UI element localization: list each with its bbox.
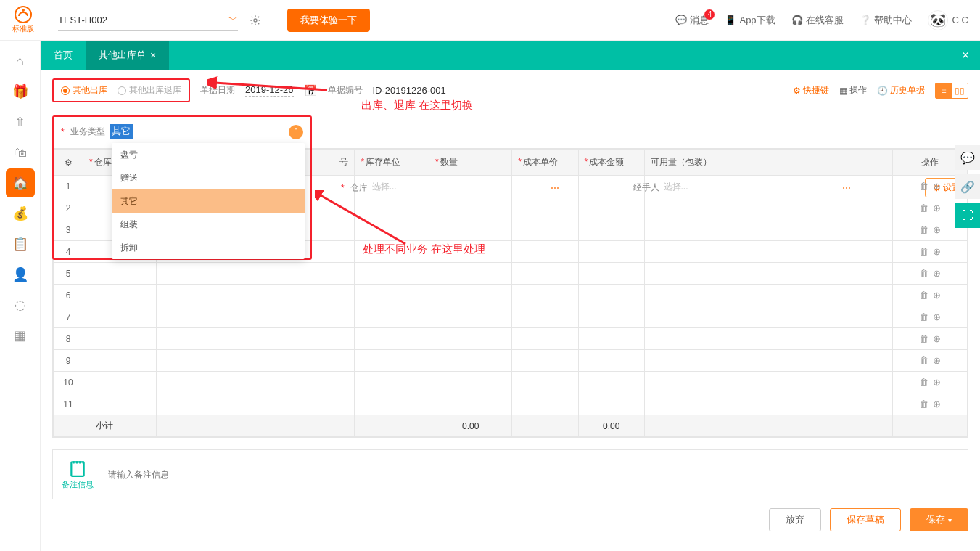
table-row[interactable]: 8🗑⊕	[54, 328, 968, 350]
settings-icon[interactable]	[247, 12, 264, 29]
nav-warehouse[interactable]: 🏠	[6, 168, 35, 197]
try-experience-button[interactable]: 我要体验一下	[287, 9, 370, 32]
history-link[interactable]: 🕘历史单据	[877, 84, 925, 97]
svg-point-2	[254, 19, 257, 22]
table-row[interactable]: 7🗑⊕	[54, 306, 968, 328]
chevron-down-icon: ▾	[948, 516, 952, 524]
content: 其他出库 其他出库退库 单据日期 2019-12-26 📅 单据编号 ID-20…	[41, 70, 980, 551]
view-list[interactable]: ≡	[936, 83, 952, 98]
th-quantity: *数量	[429, 150, 512, 176]
delete-icon[interactable]: 🗑	[919, 399, 928, 409]
delete-icon[interactable]: 🗑	[919, 203, 928, 213]
nav-home[interactable]: ⌂	[6, 46, 35, 75]
tab-other-outbound[interactable]: 其他出库单 ×	[86, 41, 169, 70]
th-cost-price: *成本单价	[512, 150, 578, 176]
nav-ring[interactable]: ◌	[6, 290, 35, 319]
delete-icon[interactable]: 🗑	[919, 377, 928, 388]
app-download-link[interactable]: 📱 App下载	[725, 14, 775, 27]
note-icon	[68, 459, 87, 478]
operate-link[interactable]: ▦操作	[839, 84, 867, 97]
add-row-icon[interactable]: ⊕	[933, 333, 941, 344]
dropdown-item[interactable]: 拆卸	[112, 236, 305, 259]
add-row-icon[interactable]: ⊕	[933, 268, 941, 279]
delete-icon[interactable]: 🗑	[919, 181, 928, 192]
warehouse-label: 仓库	[350, 181, 368, 194]
th-available: 可用量（包装）	[644, 150, 892, 176]
radio-other-outbound-return[interactable]: 其他出库退库	[118, 84, 181, 97]
delete-icon[interactable]: 🗑	[919, 311, 928, 322]
table-row[interactable]: 9🗑⊕	[54, 350, 968, 372]
dock-expand-icon[interactable]: ⛶	[955, 203, 980, 228]
delete-icon[interactable]: 🗑	[919, 333, 928, 344]
nav-bag[interactable]: 🛍	[6, 138, 35, 167]
subtotal-qty: 0.00	[429, 415, 512, 437]
close-icon[interactable]: ×	[150, 49, 156, 61]
bill-date[interactable]: 2019-12-26	[245, 84, 294, 97]
nav-gift[interactable]: 🎁	[6, 77, 35, 106]
svg-point-1	[22, 9, 25, 12]
dropdown-item[interactable]: 盘亏	[112, 143, 305, 166]
business-type-input[interactable]: 其它	[110, 124, 133, 139]
help-center-link[interactable]: ❔ 帮助中心	[860, 14, 912, 27]
nav-clipboard[interactable]: 📋	[6, 229, 35, 258]
add-row-icon[interactable]: ⊕	[933, 311, 941, 322]
dropdown-item[interactable]: 其它	[112, 189, 305, 213]
add-row-icon[interactable]: ⊕	[933, 377, 941, 388]
save-draft-button[interactable]: 保存草稿	[830, 508, 901, 531]
add-row-icon[interactable]: ⊕	[933, 355, 941, 366]
delete-icon[interactable]: 🗑	[919, 290, 928, 301]
radio-dot-icon	[61, 86, 70, 95]
more-icon[interactable]: ⋯	[551, 183, 561, 193]
table-row[interactable]: 11🗑⊕	[54, 393, 968, 415]
table-row[interactable]: 10🗑⊕	[54, 372, 968, 393]
handler-label: 经手人	[633, 181, 659, 194]
avatar[interactable]: 🐼	[928, 10, 948, 30]
calendar-icon[interactable]: 📅	[304, 84, 318, 97]
shortcut-link[interactable]: ⚙快捷键	[793, 84, 829, 97]
delete-icon[interactable]: 🗑	[919, 355, 928, 366]
nav-contact[interactable]: 👤	[6, 260, 35, 289]
add-row-icon[interactable]: ⊕	[933, 246, 941, 257]
handler-select[interactable]: 选择...	[664, 181, 838, 195]
save-button[interactable]: 保存 ▾	[910, 508, 968, 531]
add-row-icon[interactable]: ⊕	[933, 203, 941, 213]
add-row-icon[interactable]: ⊕	[933, 399, 941, 409]
delete-icon[interactable]: 🗑	[919, 224, 928, 235]
messages-link[interactable]: 💬 消息 4	[675, 14, 709, 27]
radio-other-outbound[interactable]: 其他出库	[61, 84, 107, 97]
add-row-icon[interactable]: ⊕	[933, 290, 941, 301]
online-service-link[interactable]: 🎧 在线客服	[791, 14, 844, 27]
dropdown-item[interactable]: 组装	[112, 213, 305, 236]
view-grid[interactable]: ▯▯	[952, 83, 968, 98]
chevron-up-icon[interactable]: ˄	[289, 125, 303, 139]
dock-chat-icon[interactable]: 💬	[955, 145, 980, 170]
table-row[interactable]: 5🗑⊕	[54, 263, 968, 285]
more-icon[interactable]: ⋯	[842, 183, 852, 193]
remark-input[interactable]	[108, 470, 959, 480]
row-index: 6	[54, 285, 83, 306]
nav-upload-house[interactable]: ⇧	[6, 107, 35, 136]
nav-money[interactable]: 💰	[6, 199, 35, 228]
add-row-icon[interactable]: ⊕	[933, 181, 941, 192]
tabs-bar-close[interactable]: ×	[951, 41, 980, 70]
view-toggle: ≡ ▯▯	[935, 83, 968, 99]
add-row-icon[interactable]: ⊕	[933, 224, 941, 235]
warehouse-field: * 仓库 选择... ⋯	[341, 181, 604, 195]
table-row[interactable]: 6🗑⊕	[54, 285, 968, 306]
subtotal-label: 小计	[54, 415, 157, 437]
discard-button[interactable]: 放弃	[769, 508, 821, 531]
th-cost-amount: *成本金额	[578, 150, 644, 176]
outbound-type-radio-group: 其他出库 其他出库退库	[52, 78, 190, 102]
org-select[interactable]: TEST-H002 ﹀	[58, 9, 238, 31]
message-icon: 💬	[675, 15, 687, 25]
row-index: 8	[54, 328, 83, 350]
tab-home[interactable]: 首页	[41, 41, 86, 70]
warehouse-select[interactable]: 选择...	[372, 181, 546, 195]
dropdown-item[interactable]: 赠送	[112, 166, 305, 189]
dock-link-icon[interactable]: 🔗	[955, 174, 980, 199]
delete-icon[interactable]: 🗑	[919, 268, 928, 279]
gear-icon: ⚙	[793, 86, 801, 96]
nav-new[interactable]: ▦	[6, 321, 35, 350]
row-ops: 🗑⊕	[893, 306, 968, 328]
delete-icon[interactable]: 🗑	[919, 246, 928, 257]
